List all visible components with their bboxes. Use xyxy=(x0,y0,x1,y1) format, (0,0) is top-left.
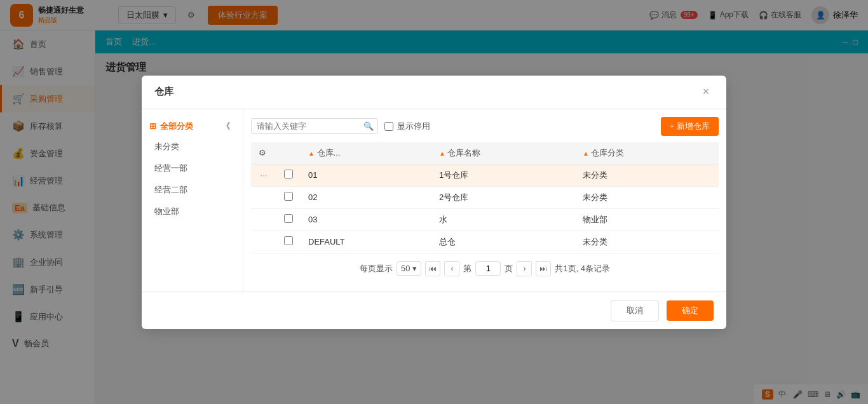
category-all-label: 全部分类 xyxy=(160,121,193,132)
modal-footer: 取消 确定 xyxy=(142,292,726,329)
row-actions xyxy=(251,208,276,231)
select-arrow: ▾ xyxy=(412,264,417,273)
table-body: ··· 01 1号仓库 未分类 xyxy=(251,164,719,253)
row-checkbox-cell xyxy=(276,164,301,186)
category-item-unclassified[interactable]: 未分类 xyxy=(142,136,243,158)
table-head: ⚙ ▲ 仓库... ▲ 仓库名称 xyxy=(251,142,719,165)
collapse-icon[interactable]: 《 xyxy=(217,121,235,132)
close-icon[interactable]: × xyxy=(698,84,714,100)
pagination: 每页显示 50 ▾ ⏮ ‹ 第 页 › ⏭ 共1页, 4条记录 xyxy=(251,253,719,284)
row-actions xyxy=(251,231,276,253)
per-page-value: 50 xyxy=(401,264,410,273)
sort-icon2: ▲ xyxy=(439,150,445,157)
show-disabled-checkbox[interactable] xyxy=(384,122,393,131)
row-category-2: 未分类 xyxy=(575,186,719,208)
row-checkbox-1[interactable] xyxy=(284,170,293,178)
modal-header: 仓库 × xyxy=(142,76,726,109)
grid-icon: ⊞ xyxy=(149,121,156,131)
show-disabled-label[interactable]: 显示停用 xyxy=(384,121,430,132)
search-input-wrap: 🔍 xyxy=(251,118,378,134)
per-page-select[interactable]: 50 ▾ xyxy=(397,261,421,276)
th-gear: ⚙ xyxy=(251,142,276,165)
search-input[interactable] xyxy=(257,121,363,131)
row-checkbox-cell xyxy=(276,186,301,208)
table-scroll: ⚙ ▲ 仓库... ▲ 仓库名称 xyxy=(251,142,719,253)
modal-overlay: 仓库 × ⊞ 全部分类 《 未分类 经营一部 经营二部 物业部 xyxy=(0,0,868,404)
category-item-property[interactable]: 物业部 xyxy=(142,201,243,222)
row-actions: ··· xyxy=(251,164,276,186)
show-disabled-text: 显示停用 xyxy=(397,121,430,132)
row-actions xyxy=(251,186,276,208)
page-next-btn[interactable]: › xyxy=(517,261,532,276)
row-category-3: 物业部 xyxy=(575,208,719,231)
th-name: ▲ 仓库名称 xyxy=(431,142,575,165)
page-last-btn[interactable]: ⏭ xyxy=(536,261,551,276)
row-checkbox-3[interactable] xyxy=(284,214,293,223)
th-check xyxy=(276,142,301,165)
row-code-2: 02 xyxy=(301,186,431,208)
cancel-button[interactable]: 取消 xyxy=(611,300,659,321)
table-row[interactable]: 02 2号仓库 未分类 xyxy=(251,186,719,208)
table-row[interactable]: 03 水 物业部 xyxy=(251,208,719,231)
row-category-1: 未分类 xyxy=(575,164,719,186)
th-category: ▲ 仓库分类 xyxy=(575,142,719,165)
per-page-label: 每页显示 xyxy=(360,263,393,274)
table-toolbar: 🔍 显示停用 + 新增仓库 xyxy=(251,117,719,136)
row-checkbox-4[interactable] xyxy=(284,236,293,245)
confirm-button[interactable]: 确定 xyxy=(667,300,714,321)
header-row: ⚙ ▲ 仓库... ▲ 仓库名称 xyxy=(251,142,719,165)
page-prev-btn[interactable]: ‹ xyxy=(444,261,459,276)
category-item-dept2[interactable]: 经营二部 xyxy=(142,179,243,201)
warehouse-modal: 仓库 × ⊞ 全部分类 《 未分类 经营一部 经营二部 物业部 xyxy=(142,76,726,329)
search-icon[interactable]: 🔍 xyxy=(363,121,374,131)
row-code-3: 03 xyxy=(301,208,431,231)
category-panel: ⊞ 全部分类 《 未分类 经营一部 经营二部 物业部 xyxy=(142,109,243,292)
page-first-btn[interactable]: ⏮ xyxy=(425,261,440,276)
row-more-icon[interactable]: ··· xyxy=(261,170,268,180)
row-code-1: 01 xyxy=(301,164,431,186)
row-name-1: 1号仓库 xyxy=(431,164,575,186)
row-name-4: 总仓 xyxy=(431,231,575,253)
category-item-dept1[interactable]: 经营一部 xyxy=(142,158,243,179)
modal-title: 仓库 xyxy=(154,86,173,98)
category-all[interactable]: ⊞ 全部分类 《 xyxy=(142,117,243,136)
add-warehouse-button[interactable]: + 新增仓库 xyxy=(661,117,719,136)
row-name-3: 水 xyxy=(431,208,575,231)
warehouse-table: ⚙ ▲ 仓库... ▲ 仓库名称 xyxy=(251,142,719,253)
table-panel: 🔍 显示停用 + 新增仓库 ⚙ xyxy=(243,109,726,292)
modal-body: ⊞ 全部分类 《 未分类 经营一部 经营二部 物业部 🔍 xyxy=(142,109,726,292)
page-input[interactable] xyxy=(475,261,501,276)
row-checkbox-2[interactable] xyxy=(284,192,293,201)
table-row[interactable]: ··· 01 1号仓库 未分类 xyxy=(251,164,719,186)
row-name-2: 2号仓库 xyxy=(431,186,575,208)
row-checkbox-cell xyxy=(276,208,301,231)
page-label: 页 xyxy=(505,263,513,274)
sort-icon3: ▲ xyxy=(583,150,589,157)
row-category-4: 未分类 xyxy=(575,231,719,253)
page-label-pre: 第 xyxy=(463,263,471,274)
row-checkbox-cell xyxy=(276,231,301,253)
sort-icon: ▲ xyxy=(308,150,315,157)
row-code-4: DEFAULT xyxy=(301,231,431,253)
total-label: 共1页, 4条记录 xyxy=(555,263,610,274)
th-code: ▲ 仓库... xyxy=(301,142,431,165)
table-row[interactable]: DEFAULT 总仓 未分类 xyxy=(251,231,719,253)
